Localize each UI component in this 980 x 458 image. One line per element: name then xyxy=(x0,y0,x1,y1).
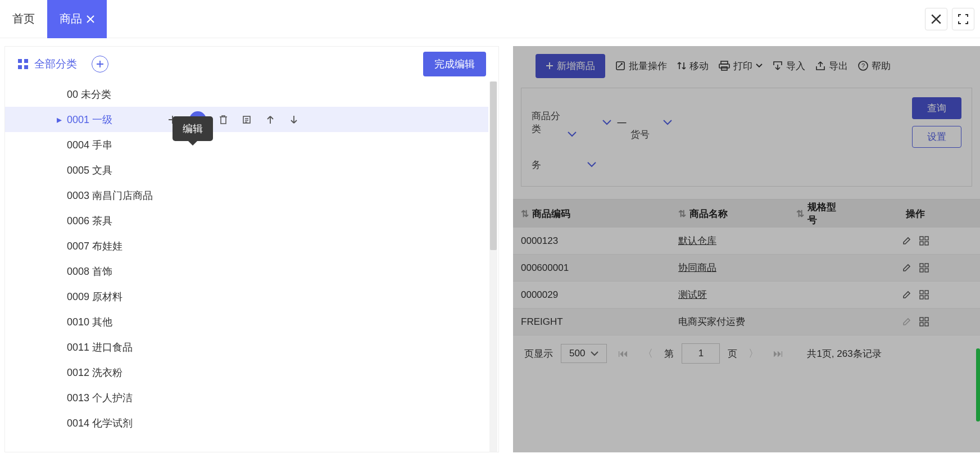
per-page-select[interactable]: 500 xyxy=(561,344,607,363)
sort-icon[interactable]: ⇅ xyxy=(521,208,529,220)
print-button[interactable]: 打印 xyxy=(719,60,763,72)
caret-right-icon: ▸ xyxy=(57,114,62,126)
add-category-button[interactable] xyxy=(92,56,108,72)
th-op: 操作 xyxy=(906,207,925,220)
sort-icon[interactable]: ⇅ xyxy=(796,208,804,220)
filter-drop-3[interactable] xyxy=(551,157,596,173)
goods-table: ⇅商品编码 ⇅商品名称 ⇅规格型号 操作 0000123默认仓库00060000… xyxy=(513,199,980,335)
delete-icon[interactable] xyxy=(216,113,230,126)
category-item[interactable]: ▸0001 一级 xyxy=(5,107,488,132)
scrollbar[interactable] xyxy=(489,81,497,452)
row-edit-icon[interactable] xyxy=(902,317,911,327)
table-row[interactable]: 0000029测试呀 xyxy=(513,282,980,309)
category-item[interactable]: 0005 文具 xyxy=(5,157,488,183)
cell-name[interactable]: 测试呀 xyxy=(670,288,788,301)
svg-rect-6 xyxy=(920,237,923,240)
row-more-icon[interactable] xyxy=(919,317,929,327)
table-row[interactable]: 0000123默认仓库 xyxy=(513,228,980,255)
tab-goods[interactable]: 商品 xyxy=(47,0,107,38)
svg-rect-16 xyxy=(920,296,923,299)
cell-name[interactable]: 默认仓库 xyxy=(670,234,788,247)
category-label: 0005 文具 xyxy=(67,164,112,177)
category-item[interactable]: 0008 首饰 xyxy=(5,259,488,284)
svg-text:?: ? xyxy=(861,62,865,69)
tab-goods-label: 商品 xyxy=(60,11,82,26)
row-edit-icon[interactable] xyxy=(902,290,911,300)
move-label: 移动 xyxy=(689,60,709,72)
query-button[interactable]: 查询 xyxy=(912,97,961,119)
category-item[interactable]: 0014 化学试剂 xyxy=(5,410,488,436)
top-tab-bar: 首页 商品 xyxy=(0,0,980,38)
category-item[interactable]: 0011 进口食品 xyxy=(5,334,488,360)
category-editor-panel: 全部分类 完成编辑 编辑 00 未分类▸0001 一级0004 手串0005 文… xyxy=(4,46,499,452)
th-spec[interactable]: 规格型号 xyxy=(807,201,842,226)
row-more-icon[interactable] xyxy=(919,263,929,273)
add-goods-label: 新增商品 xyxy=(557,60,595,72)
move-down-icon[interactable] xyxy=(287,113,301,126)
chevron-down-icon xyxy=(756,64,763,68)
cell-name[interactable]: 协同商品 xyxy=(670,261,788,274)
th-code[interactable]: 商品编码 xyxy=(532,207,570,220)
fullscreen-button[interactable] xyxy=(952,8,974,30)
next-page-icon[interactable]: 〉 xyxy=(745,347,762,360)
batch-label: 批量操作 xyxy=(629,60,667,72)
sort-icon[interactable]: ⇅ xyxy=(678,208,686,220)
svg-rect-15 xyxy=(925,291,928,294)
category-item[interactable]: 0007 布娃娃 xyxy=(5,233,488,259)
table-row[interactable]: FREIGHT电商买家付运费 xyxy=(513,309,980,335)
finish-edit-button[interactable]: 完成编辑 xyxy=(423,52,486,76)
category-item[interactable]: 0013 个人护洁 xyxy=(5,385,488,410)
category-label: 0012 洗衣粉 xyxy=(67,366,122,379)
svg-rect-11 xyxy=(925,264,928,267)
category-item[interactable]: 0009 原材料 xyxy=(5,284,488,309)
filter-drop-2[interactable] xyxy=(532,126,577,142)
svg-rect-19 xyxy=(925,318,928,321)
category-label: 0004 手串 xyxy=(67,138,112,152)
svg-rect-8 xyxy=(920,242,923,245)
help-button[interactable]: ? 帮助 xyxy=(858,60,891,72)
edit-tooltip: 编辑 xyxy=(173,116,213,141)
add-goods-button[interactable]: 新增商品 xyxy=(536,54,605,78)
accent-bar xyxy=(976,348,980,421)
row-edit-icon[interactable] xyxy=(902,263,911,273)
category-item[interactable]: 0006 茶具 xyxy=(5,208,488,233)
category-label: 0008 首饰 xyxy=(67,265,112,278)
grid-icon xyxy=(17,58,29,70)
svg-rect-13 xyxy=(925,269,928,272)
cell-code: 0000123 xyxy=(513,235,670,247)
table-row[interactable]: 000600001协同商品 xyxy=(513,255,980,282)
all-categories-link[interactable]: 全部分类 xyxy=(34,57,77,71)
category-label: 0011 进口食品 xyxy=(67,341,133,354)
help-label: 帮助 xyxy=(872,60,891,72)
category-item[interactable]: 0012 洗衣粉 xyxy=(5,360,488,385)
cell-code: 000600001 xyxy=(513,262,670,274)
tab-home[interactable]: 首页 xyxy=(0,0,47,38)
row-more-icon[interactable] xyxy=(919,290,929,300)
import-button[interactable]: 导入 xyxy=(773,60,805,72)
move-button[interactable]: 移动 xyxy=(677,60,709,72)
svg-rect-21 xyxy=(925,323,928,326)
batch-ops-button[interactable]: 批量操作 xyxy=(615,60,667,72)
last-page-icon[interactable]: ⏭ xyxy=(770,348,787,360)
export-label: 导出 xyxy=(829,60,848,72)
move-up-icon[interactable] xyxy=(264,113,277,126)
row-more-icon[interactable] xyxy=(919,236,929,246)
close-icon[interactable] xyxy=(87,15,94,23)
export-button[interactable]: 导出 xyxy=(815,60,848,72)
category-item[interactable]: 00 未分类 xyxy=(5,81,488,107)
first-page-icon[interactable]: ⏮ xyxy=(615,348,632,360)
category-item[interactable]: 0010 其他 xyxy=(5,309,488,334)
category-item[interactable]: 0004 手串 xyxy=(5,132,488,157)
scrollbar-thumb[interactable] xyxy=(490,81,497,250)
cell-name: 电商买家付运费 xyxy=(670,315,788,328)
row-edit-icon[interactable] xyxy=(902,236,911,246)
category-item[interactable]: 0003 南昌门店商品 xyxy=(5,183,488,208)
svg-rect-12 xyxy=(920,269,923,272)
category-label: 0014 化学试剂 xyxy=(67,416,133,430)
svg-rect-25 xyxy=(24,65,28,69)
th-name[interactable]: 商品名称 xyxy=(689,207,728,220)
page-input[interactable]: 1 xyxy=(682,343,720,364)
prev-page-icon[interactable]: 〈 xyxy=(639,347,656,360)
detail-icon[interactable] xyxy=(240,113,253,126)
close-all-tabs-button[interactable] xyxy=(925,8,947,30)
